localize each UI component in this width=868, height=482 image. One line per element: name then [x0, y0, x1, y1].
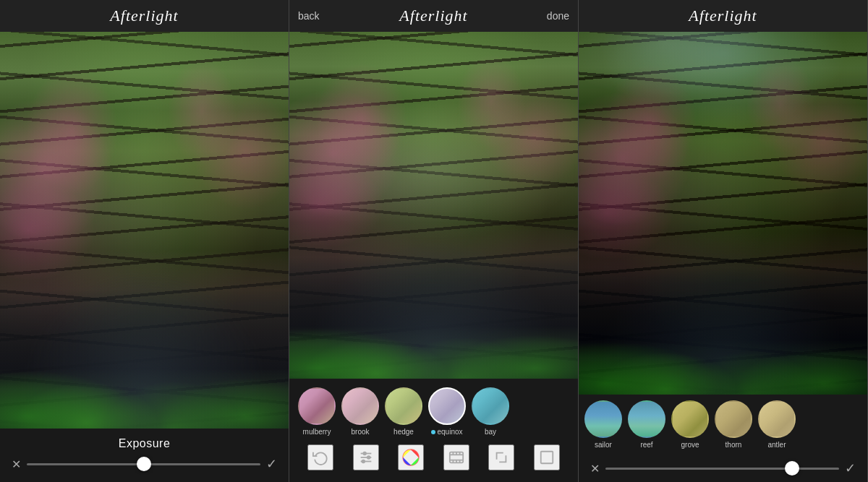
stream-overlay-3: [579, 231, 867, 395]
panel3-slider-row: ✕ ✓: [579, 452, 867, 482]
filter-item-brook[interactable]: brook: [341, 387, 379, 436]
filter-item-sailor[interactable]: sailor: [584, 400, 622, 449]
filters-scroll: mulberry brook hedge equinox bay: [292, 384, 575, 442]
photo-area-3: [579, 32, 867, 395]
panel-3-header: Afterlight: [579, 0, 867, 32]
filter-item-mulberry[interactable]: mulberry: [298, 387, 336, 436]
leaves-overlay-1: [0, 309, 289, 429]
filter-item-hedge[interactable]: hedge: [385, 387, 422, 436]
filter-label-antler: antler: [767, 441, 786, 449]
panel3-slider-track[interactable]: [605, 468, 839, 470]
filter-label-brook: brook: [351, 428, 369, 436]
check-icon-3[interactable]: ✓: [845, 460, 856, 476]
svg-rect-16: [541, 452, 553, 464]
sky-overlay: [579, 32, 867, 141]
active-dot: [431, 430, 435, 434]
filter-label-thorn: thorn: [726, 441, 742, 449]
app-title-1: Afterlight: [110, 7, 178, 25]
exposure-label: Exposure: [119, 437, 171, 450]
filter-label-mulberry: mulberry: [303, 428, 331, 436]
leaves-overlay-3: [579, 285, 867, 395]
filter-label-reef: reef: [640, 441, 652, 449]
filter-thumb-sailor: [584, 400, 622, 438]
svg-point-4: [367, 456, 370, 459]
filter-label-bay: bay: [485, 428, 496, 436]
forest-background-2: [289, 32, 578, 379]
x-icon-1[interactable]: ✕: [12, 457, 21, 471]
filter-item-bay[interactable]: bay: [472, 387, 509, 436]
stream-overlay-1: [0, 250, 289, 429]
forest-background-3: [579, 32, 867, 395]
filter-thumb-thorn: [715, 400, 752, 438]
tool-icons-row: [292, 442, 575, 476]
bottom-bar-2: mulberry brook hedge equinox bay: [289, 379, 578, 482]
check-icon-1[interactable]: ✓: [266, 456, 277, 472]
app-title-3: Afterlight: [689, 7, 757, 25]
svg-point-3: [363, 452, 366, 455]
rotate-tool[interactable]: [307, 444, 333, 470]
filter-thumb-mulberry: [298, 387, 336, 425]
filter-item-antler[interactable]: antler: [758, 400, 796, 449]
bottom-bar-3: sailor reef grove thorn antler ✕: [579, 395, 867, 482]
panel-slider: Afterlight sailor reef grove: [579, 0, 868, 482]
forest-background-1: [0, 32, 289, 429]
filter-thumb-hedge: [385, 387, 422, 425]
filter-item-reef[interactable]: reef: [628, 400, 665, 449]
filter-item-grove[interactable]: grove: [671, 400, 709, 449]
filter-thumb-bay: [472, 387, 509, 425]
filter-label-grove: grove: [681, 441, 699, 449]
exposure-slider-thumb[interactable]: [137, 457, 151, 471]
photo-area-1: [0, 32, 289, 429]
filter-thumb-antler: [758, 400, 796, 438]
leaves-overlay-2: [289, 275, 578, 379]
panel-1-header: Afterlight: [0, 0, 289, 32]
frame-tool[interactable]: [534, 444, 560, 470]
app-title-2: Afterlight: [399, 7, 467, 25]
filter-label-sailor: sailor: [595, 441, 612, 449]
panel-2-header: back Afterlight done: [289, 0, 578, 32]
color-tool[interactable]: [398, 444, 424, 470]
svg-point-5: [362, 460, 365, 463]
adjust-tool[interactable]: [353, 444, 379, 470]
film-tool[interactable]: [443, 444, 469, 470]
mist-overlay: [289, 101, 578, 240]
x-icon-3[interactable]: ✕: [590, 462, 600, 475]
exposure-controls: Exposure ✕ ✓: [0, 429, 289, 482]
stream-overlay-2: [289, 223, 578, 379]
panel3-slider-thumb[interactable]: [785, 461, 799, 475]
crop-tool[interactable]: [488, 444, 514, 470]
exposure-slider-row: ✕ ✓: [12, 456, 277, 476]
bottom-bar-1: Exposure ✕ ✓: [0, 429, 289, 482]
done-button[interactable]: done: [538, 4, 578, 27]
exposure-slider-track[interactable]: [27, 463, 260, 465]
panel3-filters-scroll: sailor reef grove thorn antler: [579, 395, 867, 452]
filter-thumb-grove: [671, 400, 709, 438]
back-button[interactable]: back: [289, 4, 328, 27]
filter-thumb-brook: [341, 387, 379, 425]
filter-item-thorn[interactable]: thorn: [715, 400, 752, 449]
filter-item-equinox[interactable]: equinox: [428, 387, 466, 436]
filter-label-hedge: hedge: [393, 428, 414, 436]
panel-filters: back Afterlight done mulberry brook: [289, 0, 579, 482]
filter-thumb-equinox: [428, 387, 466, 425]
filters-bar: mulberry brook hedge equinox bay: [289, 379, 578, 482]
filter-thumb-reef: [628, 400, 665, 438]
photo-area-2: [289, 32, 578, 379]
filter-label-equinox: equinox: [431, 428, 462, 436]
panel-exposure: Afterlight Exposure ✕ ✓: [0, 0, 289, 482]
